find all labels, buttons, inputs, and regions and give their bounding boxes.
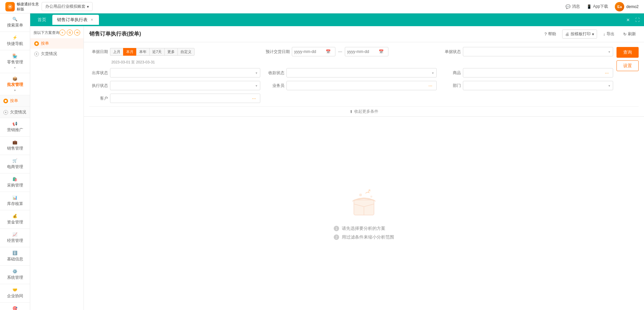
sidebar-item-retail[interactable]: 🏪 零售管理 ▾ bbox=[0, 50, 30, 73]
page-inner: 按以下方案查询 + ⧉ ≪ 按单 bbox=[30, 26, 644, 310]
copy-plan-button[interactable]: ⧉ bbox=[67, 30, 73, 36]
nav-selector[interactable]: 办公用品行业模拟账套 ▾ bbox=[42, 2, 93, 11]
date-tab-this-year[interactable]: 本年 bbox=[136, 48, 149, 56]
payment-select[interactable]: ▾ bbox=[286, 68, 437, 78]
bill-status-select[interactable]: ▾ bbox=[463, 47, 613, 56]
svg-point-6 bbox=[359, 194, 362, 196]
collapse-icon: ⬆ bbox=[350, 109, 353, 114]
message-action[interactable]: 💬 消息 bbox=[566, 4, 580, 9]
predicted-date-to-input[interactable]: 📅 bbox=[345, 47, 388, 56]
export-icon: ↓ bbox=[603, 32, 605, 37]
basic-info-icon: ℹ️ bbox=[12, 251, 17, 255]
help-icon: ? bbox=[544, 32, 547, 37]
predicted-date-from-field[interactable] bbox=[294, 49, 324, 54]
empty-tip-2: 2 用过滤条件来缩小分析范围 bbox=[334, 234, 394, 240]
help-button[interactable]: ? 帮助 bbox=[542, 30, 559, 38]
sidebar-item-ecommerce[interactable]: 🛒 电商管理 bbox=[0, 155, 30, 173]
query-button[interactable]: 查询 bbox=[616, 47, 639, 58]
customer-input[interactable]: ··· bbox=[110, 94, 260, 103]
header-left: 畅捷通好生意 标版 办公用品行业模拟账套 ▾ bbox=[5, 2, 93, 11]
tab-close-icon[interactable]: × bbox=[90, 17, 94, 22]
salesperson-input[interactable]: ··· bbox=[286, 81, 437, 90]
empty-state: 1 请先选择要分析的方案 2 用过滤条件来缩小分析范围 bbox=[327, 160, 401, 267]
date-tab-more[interactable]: 更多 bbox=[164, 48, 177, 56]
settings-button[interactable]: 设置 bbox=[616, 60, 639, 71]
date-tab-last-month[interactable]: 上月 bbox=[110, 48, 123, 56]
empty-tip-1: 1 请先选择要分析的方案 bbox=[334, 225, 394, 231]
payment-arrow-icon: ▾ bbox=[432, 71, 434, 75]
left-panel-header: 按以下方案查询 + ⧉ ≪ bbox=[30, 30, 84, 38]
debt-icon bbox=[3, 110, 8, 115]
payment-label: 收款状态 bbox=[266, 70, 284, 76]
export-button[interactable]: ↓ 导出 bbox=[600, 30, 617, 38]
tab-maximize-button[interactable]: ⛶ bbox=[633, 16, 641, 24]
sidebar-item-purchase[interactable]: 🛍️ 采购管理 bbox=[0, 173, 30, 192]
sidebar-item-finance[interactable]: 💰 资金管理 bbox=[0, 210, 30, 229]
collapse-panel-button[interactable]: ≪ bbox=[74, 30, 80, 36]
salesperson-more-icon[interactable]: ··· bbox=[427, 83, 434, 88]
goods-input[interactable]: ··· bbox=[463, 68, 613, 78]
exec-status-filter-cell: 执行状态 ▾ bbox=[89, 81, 260, 90]
date-range-separator: — bbox=[337, 49, 343, 54]
salesperson-label: 业务员 bbox=[266, 83, 284, 89]
date-tabs: 上月 本月 本年 近7天 更多 自定义 bbox=[110, 48, 195, 56]
tab-close-window-button[interactable]: ✕ bbox=[624, 16, 632, 24]
sidebar-item-inventory[interactable]: 📊 库存核算 bbox=[0, 192, 30, 210]
department-control: ▾ bbox=[463, 81, 613, 90]
sidebar-item-system[interactable]: ⚙️ 系统管理 bbox=[0, 266, 30, 284]
exec-status-select[interactable]: ▾ bbox=[110, 81, 260, 90]
svg-point-4 bbox=[36, 53, 37, 55]
bill-date-label: 单据日期 bbox=[89, 49, 108, 55]
sidebar-item-enterprise[interactable]: 🤝 企业协同 bbox=[0, 284, 30, 303]
department-select[interactable]: ▾ bbox=[463, 81, 613, 90]
print-button[interactable]: 🖨 按模板打印 ▾ bbox=[562, 30, 597, 39]
user-area[interactable]: Ea demo2 bbox=[615, 2, 639, 11]
sidebar-sub-item-debt[interactable]: 欠货情况 bbox=[0, 107, 30, 118]
order-active-icon bbox=[3, 99, 8, 103]
sidebar-item-wholesale[interactable]: 📦 批发管理 ▴ bbox=[0, 73, 30, 95]
predicted-date-from-input[interactable]: 📅 bbox=[292, 47, 335, 56]
filter-main-right: 查询 设置 bbox=[616, 47, 639, 71]
bill-status-label: 单据状态 bbox=[442, 49, 461, 55]
predicted-date-filter-cell: 预计交货日期 📅 — bbox=[266, 47, 437, 56]
sidebar-sub-item-order[interactable]: 按单 bbox=[0, 95, 30, 107]
svg-point-1 bbox=[5, 100, 7, 102]
sidebar-item-basic-info[interactable]: ℹ️ 基础信息 bbox=[0, 247, 30, 266]
results-area: 1 请先选择要分析的方案 2 用过滤条件来缩小分析范围 bbox=[84, 117, 644, 310]
sidebar-item-sales-mgmt[interactable]: 💼 销售管理 bbox=[0, 137, 30, 155]
tab-sales-order[interactable]: 销售订单执行表 × bbox=[52, 15, 99, 25]
out-stock-select[interactable]: ▾ bbox=[110, 68, 260, 78]
print-dropdown-icon: ▾ bbox=[592, 32, 594, 37]
goods-filter-cell: 商品 ··· bbox=[442, 68, 613, 78]
goods-more-icon[interactable]: ··· bbox=[603, 70, 610, 75]
app-download-action[interactable]: 📱 App下载 bbox=[587, 4, 608, 9]
date-tab-custom[interactable]: 自定义 bbox=[177, 48, 195, 56]
sidebar-item-search[interactable]: 🔍 搜索菜单 bbox=[0, 13, 30, 32]
date-tab-this-month[interactable]: 本月 bbox=[123, 48, 136, 56]
collapse-more-button[interactable]: ⬆ 收起更多条件 bbox=[89, 106, 639, 116]
sidebar-item-quick-nav[interactable]: ⚡ 快捷导航 bbox=[0, 32, 30, 50]
salesperson-filter-cell: 业务员 ··· bbox=[266, 81, 437, 90]
add-plan-button[interactable]: + bbox=[59, 30, 65, 36]
plan-item-debt[interactable]: 欠货情况 bbox=[30, 49, 84, 59]
customer-more-icon[interactable]: ··· bbox=[251, 96, 257, 101]
order-plan-icon bbox=[34, 41, 39, 46]
plan-item-order[interactable]: 按单 bbox=[30, 38, 84, 49]
filter-row-3: 执行状态 ▾ 业务员 bbox=[89, 81, 613, 90]
tab-home[interactable]: 首页 bbox=[33, 15, 51, 25]
sidebar-item-marketing[interactable]: 📢 营销推广 bbox=[0, 118, 30, 137]
filter-row-2: 出库状态 ▾ 收款状态 bbox=[89, 68, 613, 78]
predicted-date-to-field[interactable] bbox=[347, 49, 377, 54]
left-panel-actions: + ⧉ ≪ bbox=[59, 30, 80, 36]
empty-illustration bbox=[347, 187, 381, 220]
refresh-button[interactable]: ↻ 刷新 bbox=[621, 30, 639, 38]
newbie-icon: 🎯 bbox=[12, 306, 17, 310]
business-icon: 📈 bbox=[12, 232, 17, 237]
sidebar-item-business[interactable]: 📈 经营管理 bbox=[0, 229, 30, 247]
department-label: 部门 bbox=[442, 83, 461, 89]
date-tab-last7[interactable]: 近7天 bbox=[149, 48, 164, 56]
nav-selector-arrow-icon: ▾ bbox=[87, 4, 89, 9]
empty-tips: 1 请先选择要分析的方案 2 用过滤条件来缩小分析范围 bbox=[334, 225, 394, 240]
page-actions: ? 帮助 🖨 按模板打印 ▾ ↓ 导出 ↻ bbox=[542, 30, 639, 39]
sidebar-item-newbie[interactable]: 🎯 新手引导 bbox=[0, 303, 30, 310]
